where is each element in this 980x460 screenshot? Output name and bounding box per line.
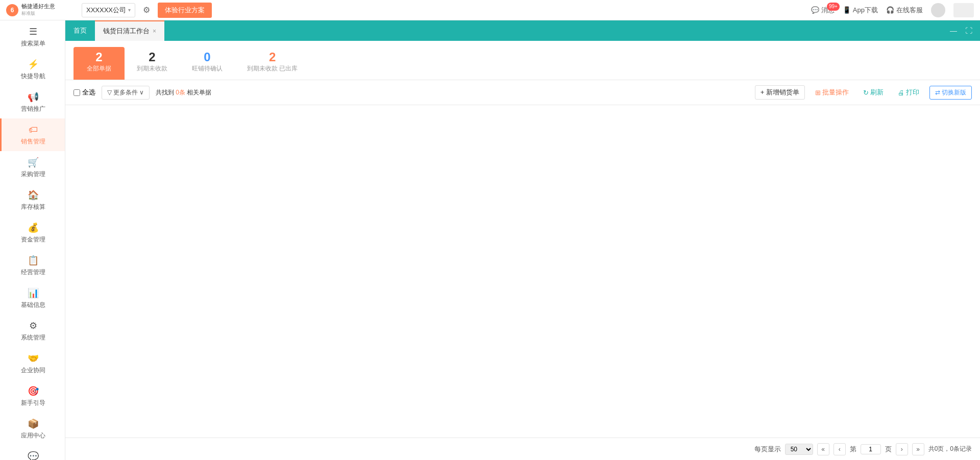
online-service-button[interactable]: 🎧 在线客服 [886, 6, 923, 15]
header-right: 💬 消息 99+ 📱 App下载 🎧 在线客服 [811, 3, 974, 17]
sidebar-item-finance[interactable]: 💰 资金管理 [0, 216, 65, 249]
print-icon: 🖨 [898, 89, 904, 96]
table-area [65, 105, 980, 438]
basic-info-icon: 📊 [27, 287, 39, 299]
settings-button[interactable]: ⚙ [139, 3, 154, 17]
sidebar-item-quick[interactable]: ⚡ 快捷导航 [0, 53, 65, 86]
tab-controls: — ⛶ [946, 23, 980, 38]
page-prefix: 第 [850, 445, 856, 454]
message-button[interactable]: 💬 消息 99+ [811, 6, 835, 15]
message-badge: 99+ [827, 3, 840, 11]
stat-tab-overdue[interactable]: 2 到期未收款 [125, 47, 180, 80]
purchase-icon: 🛒 [27, 156, 39, 168]
stat-label-overdue: 到期未收款 [137, 64, 167, 73]
system-icon: ⚙ [27, 320, 39, 332]
toolbar: 全选 ▽ 更多条件 ∨ 共找到 0条 相关单据 + 新增销货单 [65, 80, 980, 105]
company-selector[interactable]: XXXXXX公司 ▾ [82, 3, 135, 17]
first-page-button[interactable]: « [817, 443, 829, 455]
sidebar-item-appcenter[interactable]: 📦 应用中心 [0, 413, 65, 445]
appcenter-icon: 📦 [27, 418, 39, 430]
sidebar-item-search[interactable]: ☰ 搜索菜单 [0, 20, 65, 53]
logo-text: 畅捷通好生意 [21, 3, 55, 10]
sidebar-item-marketing[interactable]: 📢 营销推广 [0, 86, 65, 118]
switch-icon: ⇄ [935, 89, 940, 96]
tab-close-icon[interactable]: × [153, 28, 156, 35]
company-name: XXXXXX公司 [86, 6, 126, 15]
sidebar-item-wechat[interactable]: 💬 企业微信 [0, 445, 65, 460]
page-number-input[interactable] [861, 444, 881, 454]
sidebar-item-purchase[interactable]: 🛒 采购管理 [0, 151, 65, 184]
refresh-button[interactable]: ↻ 刷新 [859, 86, 888, 99]
filter-chevron-icon: ∨ [139, 89, 144, 96]
sidebar: ☰ 搜索菜单 ⚡ 快捷导航 📢 营销推广 🏷 销售管理 🛒 采购管理 🏠 库存核… [0, 20, 65, 460]
batch-icon: ⊞ [815, 89, 821, 96]
wechat-icon: 💬 [27, 450, 39, 460]
toolbar-right: + 新增销货单 ⊞ 批量操作 ↻ 刷新 🖨 打印 ⇄ [755, 85, 972, 100]
switch-new-version-button[interactable]: ⇄ 切换新版 [929, 86, 972, 100]
tab-maximize-button[interactable]: ⛶ [962, 23, 976, 38]
trial-button[interactable]: 体验行业方案 [158, 3, 212, 18]
page-suffix: 页 [885, 445, 892, 454]
user-name[interactable] [953, 3, 974, 17]
page-total: 共0页，0条记录 [928, 445, 972, 453]
avatar[interactable] [931, 3, 945, 17]
sidebar-item-operation[interactable]: 📋 经营管理 [0, 249, 65, 282]
footer-pagination: 每页显示 50 100 200 « ‹ 第 页 › » 共0页，0条记录 [65, 438, 980, 460]
found-text: 共找到 0条 相关单据 [156, 88, 211, 97]
stat-tab-overdue-shipped[interactable]: 2 到期未收款 已出库 [235, 47, 310, 80]
filter-button[interactable]: ▽ 更多条件 ∨ [102, 86, 150, 100]
tab-workbench[interactable]: 钱货日清工作台 × [95, 20, 164, 41]
chevron-down-icon: ▾ [128, 7, 131, 13]
sidebar-item-system[interactable]: ⚙ 系统管理 [0, 314, 65, 347]
download-icon: 📱 [843, 6, 851, 14]
service-icon: 🎧 [886, 6, 894, 14]
enterprise-icon: 🤝 [27, 352, 39, 365]
guide-icon: 🎯 [27, 385, 39, 397]
main-layout: ☰ 搜索菜单 ⚡ 快捷导航 📢 营销推广 🏷 销售管理 🛒 采购管理 🏠 库存核… [0, 20, 980, 460]
add-sales-order-button[interactable]: + 新增销货单 [755, 85, 805, 100]
stat-num-overdue-shipped: 2 [269, 51, 276, 63]
stat-label-all: 全部单据 [87, 64, 111, 73]
batch-operation-button[interactable]: ⊞ 批量操作 [811, 86, 853, 99]
stat-label-overdue-shipped: 到期未收款 已出库 [247, 64, 298, 73]
found-count: 0条 [176, 89, 185, 96]
stat-tab-wangpu[interactable]: 0 旺铺待确认 [180, 47, 235, 80]
logo-icon: 6 [6, 4, 18, 16]
sidebar-item-sales[interactable]: 🏷 销售管理 [0, 118, 65, 151]
logo-area: 6 畅捷通好生意 标准版 [6, 3, 71, 16]
print-button[interactable]: 🖨 打印 [894, 86, 923, 99]
sidebar-item-basic[interactable]: 📊 基础信息 [0, 282, 65, 314]
tab-minimize-button[interactable]: — [946, 23, 961, 38]
last-page-button[interactable]: » [912, 443, 924, 455]
sidebar-item-newguide[interactable]: 🎯 新手引导 [0, 380, 65, 413]
top-header: 6 畅捷通好生意 标准版 XXXXXX公司 ▾ ⚙ 体验行业方案 💬 消息 99… [0, 0, 980, 20]
stat-num-all: 2 [95, 51, 102, 63]
operation-icon: 📋 [27, 254, 39, 267]
sidebar-item-inventory[interactable]: 🏠 库存核算 [0, 184, 65, 216]
inventory-icon: 🏠 [27, 189, 39, 201]
finance-icon: 💰 [27, 222, 39, 234]
content-area: 首页 钱货日清工作台 × — ⛶ 2 全部单据 2 到期未收款 [65, 20, 980, 460]
select-all-checkbox[interactable]: 全选 [74, 88, 95, 97]
tab-home[interactable]: 首页 [65, 20, 95, 41]
app-download-button[interactable]: 📱 App下载 [843, 6, 878, 15]
stat-num-wangpu: 0 [204, 51, 210, 63]
refresh-icon: ↻ [863, 89, 869, 96]
logo-sub: 标准版 [21, 10, 55, 17]
sidebar-item-enterprise[interactable]: 🤝 企业协同 [0, 347, 65, 380]
next-page-button[interactable]: › [896, 443, 908, 455]
checkbox-input[interactable] [74, 89, 80, 96]
search-menu-icon: ☰ [27, 26, 39, 38]
message-icon: 💬 [811, 6, 819, 14]
stats-tabs: 2 全部单据 2 到期未收款 0 旺铺待确认 2 到期未收款 已出库 [65, 41, 980, 80]
per-page-label: 每页显示 [754, 445, 781, 454]
inner-content: 2 全部单据 2 到期未收款 0 旺铺待确认 2 到期未收款 已出库 [65, 41, 980, 460]
stat-num-overdue: 2 [149, 51, 155, 63]
stat-tab-all[interactable]: 2 全部单据 [74, 47, 125, 80]
filter-icon: ▽ [107, 89, 112, 96]
quick-nav-icon: ⚡ [27, 58, 39, 70]
prev-page-button[interactable]: ‹ [834, 443, 846, 455]
tab-bar: 首页 钱货日清工作台 × — ⛶ [65, 20, 980, 41]
per-page-select[interactable]: 50 100 200 [785, 444, 813, 455]
marketing-icon: 📢 [27, 91, 39, 103]
